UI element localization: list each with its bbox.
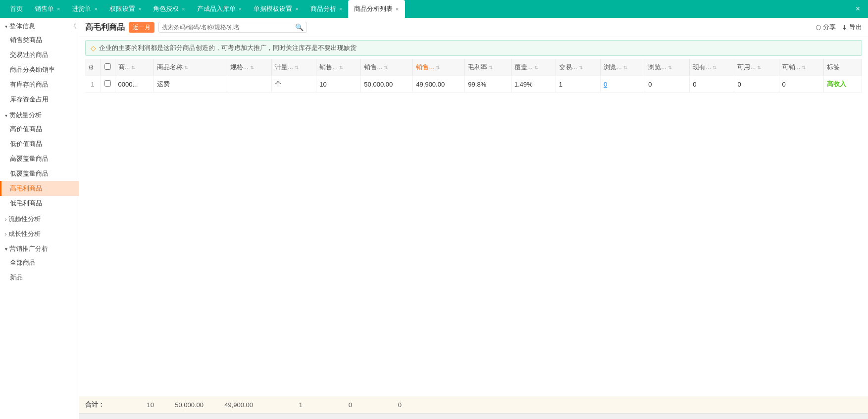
- th-settings[interactable]: ⚙: [85, 59, 100, 76]
- nav-tab-analysis-list[interactable]: 商品分析列表 ×: [348, 0, 405, 18]
- sort-code-icon: ⇅: [131, 65, 135, 70]
- cell-sales-profit: 49,900.00: [413, 76, 465, 93]
- sidebar-item-all-goods[interactable]: 全部商品: [0, 255, 79, 270]
- cell-views1[interactable]: 0: [600, 76, 645, 93]
- sidebar-group-marketing[interactable]: ▾ 营销推广分析: [0, 240, 79, 255]
- sidebar-collapse-button[interactable]: 《: [70, 22, 77, 31]
- close-permissions-tab[interactable]: ×: [138, 6, 141, 12]
- share-button[interactable]: ⬡ 分享: [816, 23, 836, 32]
- close-template-tab[interactable]: ×: [295, 6, 298, 12]
- nav-tab-purchase[interactable]: 进货单 ×: [66, 0, 103, 18]
- cell-coverage: 1.49%: [511, 76, 556, 93]
- cell-spec: [227, 76, 271, 93]
- search-icon[interactable]: 🔍: [295, 23, 304, 31]
- sidebar-item-high-margin[interactable]: 高毛利商品: [0, 181, 79, 196]
- close-all-button[interactable]: ×: [852, 4, 864, 13]
- export-button[interactable]: ⬇ 导出: [842, 23, 862, 32]
- close-sales-tab[interactable]: ×: [57, 6, 60, 12]
- cell-current-stock: 0: [690, 76, 734, 93]
- summary-sales-amt: 50,000.00: [164, 401, 204, 409]
- close-purchase-tab[interactable]: ×: [94, 6, 97, 12]
- th-views1[interactable]: 浏览...⇅: [600, 59, 645, 76]
- th-coverage[interactable]: 覆盖...⇅: [511, 59, 556, 76]
- arrow-marketing: ▾: [5, 246, 7, 252]
- sort-salesamt-icon: ⇅: [384, 65, 388, 70]
- search-box: 🔍: [158, 22, 307, 33]
- cell-gross-margin: 99.8%: [465, 76, 511, 93]
- cell-tag: 高收入: [823, 76, 862, 93]
- nav-tab-permissions[interactable]: 权限设置 ×: [103, 0, 147, 18]
- th-tag: 标签: [823, 59, 862, 76]
- sidebar-item-high-value[interactable]: 高价值商品: [0, 122, 79, 137]
- close-analysis-tab[interactable]: ×: [339, 6, 342, 12]
- sidebar-group-trend[interactable]: › 流趋性分析: [0, 211, 79, 226]
- sidebar-item-stock-capital[interactable]: 库存资金占用: [0, 92, 79, 107]
- action-buttons: ⬡ 分享 ⬇ 导出: [816, 23, 862, 32]
- th-name[interactable]: 商品名称⇅: [153, 59, 227, 76]
- summary-transactions: 1: [263, 401, 303, 409]
- content-area: 高毛利商品 近一月 🔍 ⬡ 分享 ⬇ 导出 ◇ 企业的主要的利润都是这部分商品创…: [79, 18, 868, 419]
- footer-summary: 合计： 10 50,000.00 49,900.00 1 0 0: [79, 396, 868, 413]
- arrow-trend: ›: [5, 217, 6, 222]
- th-unit[interactable]: 计量...⇅: [272, 59, 316, 76]
- info-text: 企业的主要的利润都是这部分商品创造的，可考虑加大推广，同时关注库存是不要出现缺货: [99, 44, 357, 52]
- th-saleable-stock[interactable]: 可销...⇅: [779, 59, 823, 76]
- sidebar-item-sales-goods[interactable]: 销售类商品: [0, 33, 79, 47]
- th-transactions[interactable]: 交易...⇅: [556, 59, 600, 76]
- sidebar-group-growth[interactable]: › 成长性分析: [0, 226, 79, 240]
- period-button[interactable]: 近一月: [129, 22, 154, 33]
- sort-views1-icon: ⇅: [623, 65, 627, 70]
- cell-transactions: 1: [556, 76, 600, 93]
- nav-tab-template[interactable]: 单据模板设置 ×: [248, 0, 304, 18]
- close-production-tab[interactable]: ×: [239, 6, 242, 12]
- summary-current-stock: 0: [312, 401, 352, 409]
- th-gross-margin[interactable]: 毛利率⇅: [465, 59, 511, 76]
- cell-checkbox: [100, 76, 115, 93]
- summary-label: 合计：: [85, 400, 104, 409]
- th-code[interactable]: 商...⇅: [115, 59, 153, 76]
- table-row: 1 0000... 运费 个 10 50,000.00 49,900.00 99…: [85, 76, 862, 93]
- sidebar-group-contribution[interactable]: ▾ 贡献量分析: [0, 107, 79, 122]
- summary-sales-qty: 10: [114, 401, 154, 409]
- th-current-stock[interactable]: 现有...⇅: [690, 59, 734, 76]
- cell-saleable-stock: 0: [779, 76, 823, 93]
- nav-tab-production[interactable]: 产成品入库单 ×: [191, 0, 248, 18]
- cell-views2: 0: [645, 76, 690, 93]
- sidebar-item-in-stock[interactable]: 有库存的商品: [0, 77, 79, 92]
- info-banner: ◇ 企业的主要的利润都是这部分商品创造的，可考虑加大推广，同时关注库存是不要出现…: [85, 40, 862, 56]
- top-navigation: 首页 销售单 × 进货单 × 权限设置 × 角色授权 × 产成品入库单 × 单据…: [0, 0, 868, 18]
- nav-tab-analysis[interactable]: 商品分析 ×: [305, 0, 348, 18]
- sidebar-item-high-coverage[interactable]: 高覆盖量商品: [0, 151, 79, 166]
- sidebar-item-low-value[interactable]: 低价值商品: [0, 137, 79, 151]
- sort-unit-icon: ⇅: [295, 65, 299, 70]
- search-input[interactable]: [162, 24, 293, 31]
- sidebar-item-low-coverage[interactable]: 低覆盖量商品: [0, 166, 79, 181]
- arrow-growth: ›: [5, 232, 6, 237]
- sidebar-item-low-margin[interactable]: 低毛利商品: [0, 196, 79, 211]
- sort-spec-icon: ⇅: [250, 65, 254, 70]
- nav-tab-sales[interactable]: 销售单 ×: [29, 0, 66, 18]
- sidebar-item-category-sales-rate[interactable]: 商品分类助销率: [0, 62, 79, 77]
- close-analysis-list-tab[interactable]: ×: [396, 6, 399, 12]
- data-table: ⚙ 商...⇅ 商品名称⇅ 规格...⇅: [85, 59, 862, 93]
- summary-available-stock: 0: [362, 401, 402, 409]
- close-roles-tab[interactable]: ×: [182, 6, 185, 12]
- nav-tab-roles[interactable]: 角色授权 ×: [147, 0, 191, 18]
- sort-current-icon: ⇅: [713, 65, 716, 70]
- sort-margin-icon: ⇅: [489, 65, 493, 70]
- th-available-stock[interactable]: 可用...⇅: [734, 59, 779, 76]
- sidebar-group-overall[interactable]: ▾ 整体信息: [0, 18, 79, 33]
- row-checkbox[interactable]: [104, 80, 111, 87]
- sort-saleable-icon: ⇅: [802, 65, 806, 70]
- nav-tab-home[interactable]: 首页: [4, 0, 29, 18]
- sidebar-item-new-goods[interactable]: 新品: [0, 270, 79, 285]
- select-all-checkbox[interactable]: [104, 63, 111, 70]
- th-sales-amt[interactable]: 销售...⇅: [361, 59, 413, 76]
- table-header-row: ⚙ 商...⇅ 商品名称⇅ 规格...⇅: [85, 59, 862, 76]
- th-sales-qty[interactable]: 销售...⇅: [316, 59, 361, 76]
- th-views2[interactable]: 浏览...⇅: [645, 59, 690, 76]
- sidebar-item-traded-goods[interactable]: 交易过的商品: [0, 47, 79, 62]
- horizontal-scrollbar[interactable]: [79, 413, 868, 419]
- th-sales-profit[interactable]: 销售...⇅: [413, 59, 465, 76]
- th-spec[interactable]: 规格...⇅: [227, 59, 271, 76]
